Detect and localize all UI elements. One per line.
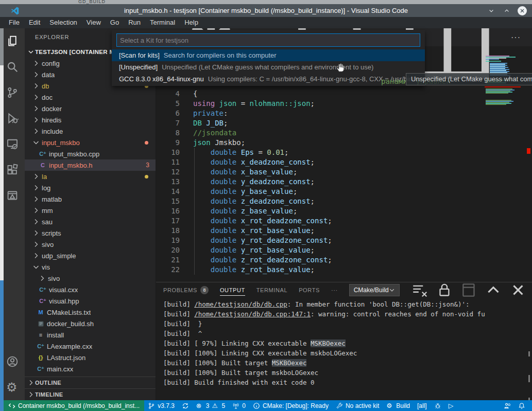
kit-search-input[interactable] xyxy=(117,37,420,44)
tree-item-log[interactable]: log xyxy=(25,182,156,193)
code-line-19: 19 double y_rot_deadzone_const; xyxy=(156,236,488,245)
section-timeline[interactable]: TIMELINE xyxy=(25,388,156,400)
kit-option-gcc-8-3-0-x86-64-linux-gnu[interactable]: GCC 8.3.0 x86_64-linux-gnuUsing compiler… xyxy=(112,73,425,85)
file-type-icon: C⁺ xyxy=(36,342,45,350)
tree-item-mm[interactable]: mm xyxy=(25,205,156,216)
tree-item-la[interactable]: la xyxy=(25,171,156,182)
status-active-kit[interactable]: No active kit xyxy=(332,400,383,411)
tree-item-label: vis xyxy=(42,263,50,271)
lock-scrolling-button[interactable] xyxy=(436,281,453,299)
tree-item-hiredis[interactable]: hiredis xyxy=(25,114,156,126)
tree-item-doc[interactable]: doc xyxy=(25,92,156,103)
menu-edit[interactable]: Edit xyxy=(24,17,45,28)
menu-selection[interactable]: Selection xyxy=(45,17,81,28)
tree-item-label: la xyxy=(42,173,47,181)
activity-explorer[interactable] xyxy=(0,28,25,54)
tree-item-cmakelists-txt[interactable]: MCMakeLists.txt xyxy=(25,307,156,318)
chevron-down-icon xyxy=(389,287,395,293)
tree-item-visual-hpp[interactable]: C⁺visual.hpp xyxy=(25,295,156,307)
kit-option-unspecified[interactable]: [Unspecified]Unspecified (Let CMake gues… xyxy=(112,61,425,73)
activity-extensions[interactable] xyxy=(0,157,25,183)
tree-item-sau[interactable]: sau xyxy=(25,216,156,227)
kit-option-scan-for-kits[interactable]: [Scan for kits]Search for compilers on t… xyxy=(112,49,425,61)
chev-right-icon xyxy=(27,390,35,399)
tree-item-vis[interactable]: vis xyxy=(25,261,156,273)
line-number: 8 xyxy=(156,128,180,138)
output-console[interactable]: [build] /home/testjson/db/db.cpp: In mem… xyxy=(156,298,532,400)
panel-tab-output[interactable]: OUTPUT xyxy=(220,282,245,298)
minimize-button[interactable] xyxy=(487,6,496,15)
status-remote-indicator[interactable]: Container mskbo_build (/mskbo_build_inst… xyxy=(4,400,144,411)
status-ports[interactable]: 0 xyxy=(229,400,249,411)
output-channel-select[interactable]: CMake/Build xyxy=(349,284,400,296)
tree-item-main-cxx[interactable]: C⁺main.cxx xyxy=(25,363,156,374)
status-version[interactable]: v3.7.3 xyxy=(144,400,178,411)
activity-run-and-debug[interactable] xyxy=(0,105,25,131)
status-build-button[interactable]: ⚙Build xyxy=(383,400,414,411)
panel-tab-terminal[interactable]: TERMINAL xyxy=(256,282,287,298)
status-cmake-status[interactable]: CMake: [Debug]: Ready xyxy=(249,400,332,411)
tree-item-docker-build-sh[interactable]: docker_build.sh xyxy=(25,318,156,329)
change-dot-badge xyxy=(145,141,148,145)
status-label: Container mskbo_build (/mskbo_build_inst… xyxy=(18,402,140,409)
maximize-button[interactable] xyxy=(502,6,511,15)
more-actions-button[interactable]: ··· xyxy=(511,33,521,42)
tree-item-visual-cxx[interactable]: C⁺visual.cxx xyxy=(25,284,156,295)
status-debug-button[interactable] xyxy=(431,400,445,411)
menu-help[interactable]: Help xyxy=(180,17,203,28)
close-button[interactable] xyxy=(518,6,527,15)
open-in-editor-button[interactable] xyxy=(460,281,477,299)
file-type-icon: M xyxy=(36,308,45,316)
tree-item-matlab[interactable]: matlab xyxy=(25,193,156,205)
menu-run[interactable]: Run xyxy=(124,17,145,28)
quickpick-input[interactable] xyxy=(116,33,420,47)
maximize-panel-button[interactable] xyxy=(485,281,502,299)
status-launch-button[interactable]: ▷ xyxy=(445,400,459,411)
tree-item-label: main.cxx xyxy=(47,365,73,373)
file-link[interactable]: /home/testjson/db/db.cpp:147:1 xyxy=(194,310,311,318)
menu-view[interactable]: View xyxy=(82,17,106,28)
menu-file[interactable]: File xyxy=(4,17,24,28)
activity-settings[interactable]: ⚙ xyxy=(0,374,25,400)
status-notifications[interactable] xyxy=(514,400,529,411)
activity-search[interactable] xyxy=(0,54,25,80)
tree-item-label: hiredis xyxy=(42,116,61,124)
tree-item-udp-simple[interactable]: udp_simple xyxy=(25,250,156,261)
quickpick-tooltip: Unspecified (Let CMake guess what compil… xyxy=(406,73,532,85)
status-problems[interactable]: ⊗3⚠5 xyxy=(193,400,229,411)
activity-remote-explorer[interactable] xyxy=(0,131,25,157)
chevron-right-icon xyxy=(32,206,40,215)
file-link[interactable]: /home/testjson/db/db.cpp xyxy=(194,300,287,308)
tree-item-laexample-cxx[interactable]: C⁺LAexample.cxx xyxy=(25,341,156,352)
status-feedback[interactable] xyxy=(500,400,514,411)
line-number: 11 xyxy=(156,157,180,167)
menu-go[interactable]: Go xyxy=(106,17,124,28)
tree-item-input-mskbo[interactable]: input_mskbo xyxy=(25,137,156,148)
code-line-18: 18 double x_rot_base_value; xyxy=(156,226,488,236)
minimap[interactable] xyxy=(485,56,521,158)
menu-terminal[interactable]: Terminal xyxy=(145,17,180,28)
panel-tab-ports[interactable]: PORTS xyxy=(299,282,320,298)
tree-item-scripts[interactable]: scripts xyxy=(25,227,156,239)
file-type-icon: C⁺ xyxy=(36,365,45,373)
close-panel-button[interactable] xyxy=(509,281,527,299)
status-sync[interactable] xyxy=(178,400,193,411)
tree-item-sivo[interactable]: sivo xyxy=(25,239,156,250)
clear-output-button[interactable] xyxy=(411,281,428,299)
panel-tabs: PROBLEMS8OUTPUTTERMINALPORTS··· xyxy=(163,282,349,298)
tree-item-install[interactable]: ≡install xyxy=(25,329,156,341)
activity-accounts[interactable] xyxy=(0,349,25,374)
tree-item-input-mskbo-cpp[interactable]: C⁺input_mskbo.cpp xyxy=(25,148,156,159)
section-outline[interactable]: OUTLINE xyxy=(25,377,156,388)
panel-more-tabs[interactable]: ··· xyxy=(331,282,338,298)
tree-item-input-mskbo-h[interactable]: Cinput_mskbo.h3 xyxy=(25,159,156,171)
status-build-target[interactable]: [all] xyxy=(414,400,431,411)
activity-source-control[interactable] xyxy=(0,80,25,105)
bell-icon xyxy=(518,402,525,409)
tree-item-docker[interactable]: docker xyxy=(25,103,156,114)
tree-item-include[interactable]: include xyxy=(25,126,156,137)
tree-item-sivo[interactable]: sivo xyxy=(25,273,156,284)
panel-tab-problems[interactable]: PROBLEMS8 xyxy=(163,282,209,298)
tree-item-lastruct-json[interactable]: {}LAstruct.json xyxy=(25,352,156,363)
activity-cmake-tools[interactable] xyxy=(0,183,25,208)
